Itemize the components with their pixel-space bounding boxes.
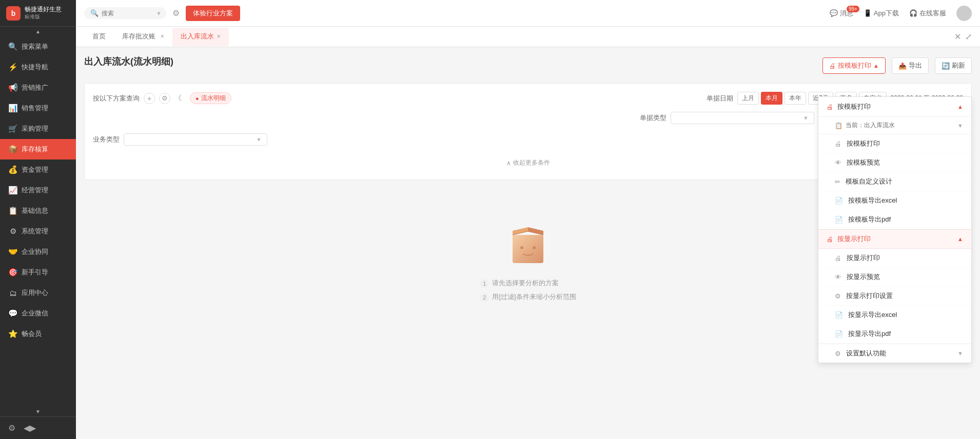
refresh-button[interactable]: 🔄 刷新 bbox=[935, 57, 972, 74]
refresh-icon: 🔄 bbox=[942, 62, 950, 70]
sidebar-item-system[interactable]: ⚙ 系统管理 bbox=[0, 221, 76, 242]
message-item[interactable]: 💬 消息 99+ bbox=[830, 9, 853, 18]
guide-icon: 🎯 bbox=[8, 268, 17, 277]
topbar-search[interactable]: 🔍 ▼ bbox=[84, 7, 166, 19]
tab-inout-flow[interactable]: 出入库流水 × bbox=[172, 28, 229, 46]
doc-type-label: 单据类型 bbox=[640, 113, 667, 123]
add-filter-button[interactable]: + bbox=[144, 93, 155, 104]
set-default-label: 设置默认功能 bbox=[846, 349, 886, 358]
scroll-down-btn[interactable]: ▼ bbox=[0, 407, 76, 416]
search-icon: 🔍 bbox=[8, 42, 17, 51]
doc-type-select[interactable]: ▼ bbox=[671, 112, 814, 124]
template-custom-label: 模板自定义设计 bbox=[846, 177, 892, 186]
template-print-item[interactable]: 🖨 按模板打印 bbox=[818, 134, 971, 153]
dropdown-arrow-icon: ▼ bbox=[156, 10, 162, 16]
sidebar-item-app-center[interactable]: 🗂 应用中心 bbox=[0, 283, 76, 303]
collapse-more-label: 收起更多条件 bbox=[513, 158, 550, 167]
user-avatar[interactable] bbox=[956, 6, 972, 21]
sidebar-item-label: 基础信息 bbox=[22, 206, 48, 215]
page-toolbar: 🖨 按模板打印 ▲ 📤 导出 🔄 刷新 bbox=[822, 57, 972, 74]
sales-icon: 📊 bbox=[8, 104, 17, 113]
sidebar: b 畅捷通好生意 标准版 ▲ 🔍 搜索菜单 ⚡ 快捷导航 📢 营销推广 📊 销售… bbox=[0, 0, 76, 439]
operation-icon: 📈 bbox=[8, 186, 17, 195]
date-btn-this-month[interactable]: 本月 bbox=[761, 92, 782, 105]
sidebar-item-cooperation[interactable]: 🤝 企业协同 bbox=[0, 242, 76, 262]
template-export-pdf-item[interactable]: 📄 按模板导出pdf bbox=[818, 210, 971, 229]
svg-rect-0 bbox=[513, 235, 543, 263]
dropdown-chevron-up: ▲ bbox=[957, 104, 963, 110]
template-preview-item[interactable]: 👁 按模板预览 bbox=[818, 153, 971, 172]
display-print-section-header[interactable]: 🖨 按显示打印 ▲ bbox=[818, 229, 971, 249]
display-settings-item[interactable]: ⚙ 按显示打印设置 bbox=[818, 287, 971, 306]
set-default-item[interactable]: ⚙ 设置默认功能 ▼ bbox=[818, 344, 971, 363]
app-download-item[interactable]: 📱 App下载 bbox=[864, 9, 899, 18]
sidebar-item-search[interactable]: 🔍 搜索菜单 bbox=[0, 36, 76, 57]
sidebar-item-member[interactable]: ⭐ 畅会员 bbox=[0, 324, 76, 344]
sidebar-item-inventory[interactable]: 📦 库存核算 bbox=[0, 139, 76, 159]
tab-batch-account-close[interactable]: × bbox=[161, 33, 164, 40]
display-pdf-icon: 📄 bbox=[835, 330, 843, 338]
template-preview-icon: 👁 bbox=[835, 159, 841, 167]
tab-expand-icon[interactable]: ⤢ bbox=[965, 32, 972, 42]
date-label: 单据日期 bbox=[707, 94, 733, 103]
sidebar-item-label: 营销推广 bbox=[22, 83, 48, 92]
sidebar-item-marketing[interactable]: 📢 营销推广 bbox=[0, 77, 76, 98]
template-export-excel-item[interactable]: 📄 按模板导出excel bbox=[818, 191, 971, 210]
business-type-select[interactable]: ▼ bbox=[124, 133, 267, 146]
print-dropdown-current[interactable]: 📋 当前：出入库流水 ▼ bbox=[818, 117, 971, 134]
sidebar-item-label: 企业协同 bbox=[22, 247, 48, 256]
export-button[interactable]: 📤 导出 bbox=[892, 57, 929, 74]
filter-collapse-button[interactable]: 《 bbox=[174, 94, 182, 103]
display-export-excel-item[interactable]: 📄 按显示导出excel bbox=[818, 306, 971, 325]
template-custom-item[interactable]: ✏ 模板自定义设计 bbox=[818, 172, 971, 191]
doc-type-arrow: ▼ bbox=[803, 115, 809, 121]
trial-button[interactable]: 体验行业方案 bbox=[186, 6, 240, 21]
online-service-item[interactable]: 🎧 在线客服 bbox=[909, 9, 946, 18]
display-excel-icon: 📄 bbox=[835, 311, 843, 319]
headset-icon: 🎧 bbox=[909, 9, 917, 17]
footer-chevron-down: ▼ bbox=[957, 350, 963, 356]
settings-icon[interactable]: ⚙ bbox=[8, 423, 15, 433]
display-print-item[interactable]: 🖨 按显示打印 bbox=[818, 249, 971, 268]
active-filter-tag[interactable]: ● 流水明细 bbox=[190, 92, 231, 104]
sidebar-item-label: 应用中心 bbox=[22, 288, 48, 297]
step-1-text: 请先选择要分析的方案 bbox=[492, 278, 559, 288]
display-export-pdf-item[interactable]: 📄 按显示导出pdf bbox=[818, 325, 971, 344]
sidebar-item-wechat[interactable]: 💬 企业微信 bbox=[0, 303, 76, 324]
export-icon: 📤 bbox=[898, 62, 907, 70]
current-template-label: 当前：出入库流水 bbox=[846, 121, 895, 130]
sidebar-item-label: 销售管理 bbox=[22, 104, 48, 113]
sidebar-item-finance[interactable]: 💰 资金管理 bbox=[0, 159, 76, 180]
sidebar-item-quick-nav[interactable]: ⚡ 快捷导航 bbox=[0, 57, 76, 77]
sidebar-item-guide[interactable]: 🎯 新手引导 bbox=[0, 262, 76, 283]
filter-settings-button[interactable]: ⚙ bbox=[159, 93, 170, 104]
sidebar-item-label: 畅会员 bbox=[22, 329, 42, 338]
print-dropdown-header[interactable]: 🖨 按模板打印 ▲ bbox=[818, 97, 971, 117]
search-input[interactable] bbox=[102, 10, 153, 17]
display-settings-label: 按显示打印设置 bbox=[846, 291, 893, 301]
sidebar-item-purchase[interactable]: 🛒 采购管理 bbox=[0, 118, 76, 139]
date-btn-last-month[interactable]: 上月 bbox=[737, 92, 759, 105]
scroll-up-btn[interactable]: ▲ bbox=[0, 27, 76, 36]
business-type-group: 业务类型 ▼ bbox=[93, 133, 267, 146]
empty-steps-list: 1 请先选择要分析的方案 2 用[过滤]条件来缩小分析范围 bbox=[480, 278, 576, 306]
tab-inout-flow-close[interactable]: × bbox=[217, 33, 221, 40]
tab-close-all-icon[interactable]: ✕ bbox=[954, 32, 961, 42]
sidebar-item-sales[interactable]: 📊 销售管理 bbox=[0, 98, 76, 118]
print-dropdown-panel: 🖨 按模板打印 ▲ 📋 当前：出入库流水 ▼ 🖨 按模板打印 👁 按模板预览 bbox=[818, 96, 972, 363]
display-preview-item[interactable]: 👁 按显示预览 bbox=[818, 268, 971, 287]
topbar-gear-icon[interactable]: ⚙ bbox=[172, 8, 180, 18]
logo-icon: b bbox=[6, 6, 21, 21]
phone-icon: 📱 bbox=[864, 9, 872, 17]
collapse-sidebar-icon[interactable]: ◀▶ bbox=[24, 423, 36, 433]
display-settings-icon: ⚙ bbox=[835, 292, 841, 300]
sidebar-item-basic[interactable]: 📋 基础信息 bbox=[0, 201, 76, 221]
set-default-icon: ⚙ bbox=[835, 350, 841, 357]
tab-batch-account[interactable]: 库存批次账 × bbox=[114, 28, 172, 46]
print-template-button[interactable]: 🖨 按模板打印 ▲ bbox=[822, 57, 886, 74]
tab-home[interactable]: 首页 bbox=[84, 28, 114, 46]
sidebar-item-operation[interactable]: 📈 经营管理 bbox=[0, 180, 76, 201]
date-btn-this-year[interactable]: 本年 bbox=[785, 92, 806, 105]
template-pdf-icon: 📄 bbox=[835, 216, 843, 224]
business-type-label: 业务类型 bbox=[93, 135, 120, 144]
